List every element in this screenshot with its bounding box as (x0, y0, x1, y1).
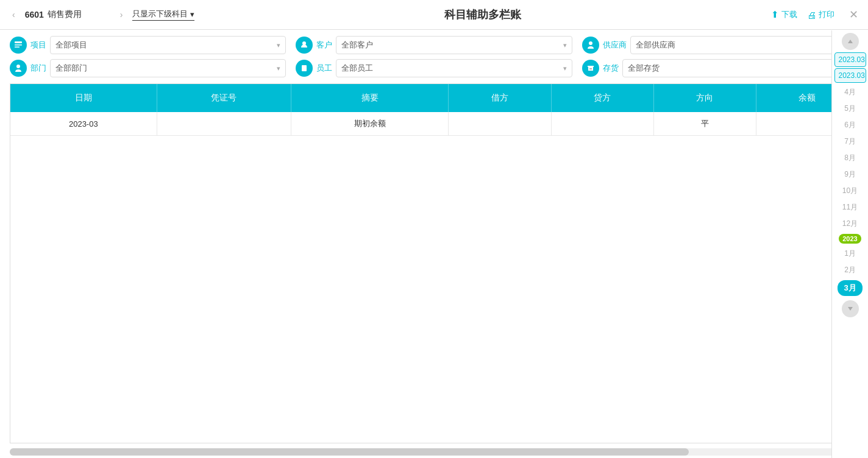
horizontal-scrollbar[interactable] (10, 448, 858, 456)
print-icon: 🖨 (807, 10, 816, 20)
svg-rect-6 (303, 67, 305, 68)
filter-department: 部门 全部部门 ▾ (10, 59, 286, 77)
svg-rect-5 (302, 65, 307, 71)
svg-point-3 (589, 41, 592, 45)
customer-icon (296, 37, 313, 54)
timeline-month-item[interactable]: 8月 (841, 150, 859, 166)
timeline-panel: 2023.03 2023.03 4月5月6月7月8月9月10月11月12月 20… (831, 30, 868, 458)
timeline-month-item[interactable]: 5月 (841, 100, 859, 117)
table-row: 2023-03期初余额平 (10, 112, 858, 136)
customer-select[interactable]: 全部客户 ▾ (336, 36, 572, 54)
cell-debit (449, 112, 551, 136)
show-sub-arrow-icon: ▾ (190, 10, 194, 19)
close-button[interactable]: ✕ (849, 8, 858, 21)
timeline-selected-top2[interactable]: 2023.03 (834, 68, 866, 83)
nav-next-arrow[interactable]: › (118, 9, 126, 21)
department-label: 部门 (30, 63, 46, 74)
filter-inventory: 存货 全部存货 ▾ (582, 59, 858, 77)
show-sub-select[interactable]: 只显示下级科目 ▾ (132, 9, 194, 21)
svg-rect-0 (15, 41, 22, 43)
project-select[interactable]: 全部项目 ▾ (50, 36, 286, 54)
department-select[interactable]: 全部部门 ▾ (50, 59, 286, 77)
customer-label: 客户 (316, 40, 332, 51)
department-icon (10, 60, 27, 77)
cell-credit (551, 112, 653, 136)
cell-date: 2023-03 (10, 112, 157, 136)
inventory-label: 存货 (603, 63, 619, 74)
year-badge[interactable]: 2023 (839, 234, 861, 244)
timeline-selected-top1[interactable]: 2023.03 (834, 52, 866, 67)
print-button[interactable]: 🖨 打印 (807, 9, 834, 20)
employee-label: 员工 (316, 63, 332, 74)
col-debit: 借方 (449, 84, 551, 112)
supplier-icon (582, 37, 599, 54)
project-dropdown-arrow: ▾ (277, 41, 280, 49)
project-value: 全部项目 (55, 40, 87, 51)
account-code: 6601 (25, 10, 44, 19)
top-bar: ‹ 6601 销售费用 › 只显示下级科目 ▾ 科目辅助多栏账 ⬆ 下载 🖨 打… (0, 0, 868, 30)
inventory-select[interactable]: 全部存货 ▾ (622, 59, 858, 77)
timeline-months-group1: 4月5月6月7月8月9月10月11月12月 (841, 84, 859, 232)
show-sub-label: 只显示下级科目 (132, 9, 188, 19)
ledger-table: 日期 凭证号 摘要 借方 贷方 方向 余额 2023-03期初余额平 (10, 84, 858, 136)
cell-direction: 平 (653, 112, 756, 136)
filter-row-1: 项目 全部项目 ▾ 客户 全部客户 ▾ (10, 36, 858, 54)
filter-area: 项目 全部项目 ▾ 客户 全部客户 ▾ (0, 30, 868, 83)
active-month[interactable]: 3月 (838, 280, 862, 296)
timeline-month-item[interactable]: 6月 (841, 117, 859, 133)
timeline-month-item[interactable]: 4月 (841, 84, 859, 100)
employee-icon (296, 60, 313, 77)
col-date: 日期 (10, 84, 157, 112)
nav-prev-arrow[interactable]: ‹ (10, 9, 18, 21)
inventory-value: 全部存货 (628, 63, 660, 74)
project-label: 项目 (30, 40, 46, 51)
employee-value: 全部员工 (341, 63, 373, 74)
project-icon (10, 37, 27, 54)
svg-rect-1 (15, 44, 22, 46)
timeline-month-item[interactable]: 1月 (843, 245, 857, 262)
col-voucher: 凭证号 (157, 84, 291, 112)
print-label: 打印 (819, 9, 834, 20)
download-button[interactable]: ⬆ 下载 (771, 9, 797, 20)
timeline-month-item[interactable]: 2月 (843, 262, 857, 278)
customer-dropdown-arrow: ▾ (563, 41, 567, 49)
employee-select[interactable]: 全部员工 ▾ (336, 59, 572, 77)
timeline-months-group2: 1月2月 (843, 245, 857, 278)
account-code-box: 6601 销售费用 (25, 9, 110, 20)
department-dropdown-arrow: ▾ (277, 65, 280, 72)
download-icon: ⬆ (771, 9, 779, 20)
cell-summary: 期初余额 (291, 112, 449, 136)
customer-value: 全部客户 (341, 40, 373, 51)
department-value: 全部部门 (55, 63, 87, 74)
filter-supplier: 供应商 全部供应商 ▾ (582, 36, 858, 54)
col-credit: 贷方 (551, 84, 653, 112)
timeline-month-item[interactable]: 11月 (841, 199, 859, 216)
timeline-up-button[interactable] (842, 33, 859, 50)
supplier-label: 供应商 (603, 40, 627, 51)
employee-dropdown-arrow: ▾ (563, 65, 567, 72)
svg-point-4 (16, 65, 20, 68)
supplier-value: 全部供应商 (636, 40, 675, 51)
filter-customer: 客户 全部客户 ▾ (296, 36, 572, 54)
supplier-select[interactable]: 全部供应商 ▾ (630, 36, 858, 54)
scroll-thumb[interactable] (10, 448, 689, 456)
timeline-month-item[interactable]: 7月 (841, 133, 859, 150)
download-label: 下载 (781, 9, 797, 20)
filter-row-2: 部门 全部部门 ▾ 员工 全部员工 ▾ (10, 59, 858, 77)
timeline-month-item[interactable]: 9月 (841, 166, 859, 183)
timeline-month-item[interactable]: 12月 (841, 216, 859, 232)
account-name: 销售费用 (48, 9, 82, 20)
table-header-row: 日期 凭证号 摘要 借方 贷方 方向 余额 (10, 84, 858, 112)
page-title: 科目辅助多栏账 (202, 7, 764, 22)
svg-rect-2 (15, 47, 20, 48)
timeline-down-button[interactable] (842, 300, 859, 317)
cell-voucher (157, 112, 291, 136)
filter-project: 项目 全部项目 ▾ (10, 36, 286, 54)
filter-employee: 员工 全部员工 ▾ (296, 59, 572, 77)
table-container: 日期 凭证号 摘要 借方 贷方 方向 余额 2023-03期初余额平 (10, 83, 858, 443)
svg-rect-7 (303, 69, 305, 69)
col-summary: 摘要 (291, 84, 449, 112)
col-direction: 方向 (653, 84, 756, 112)
timeline-month-item[interactable]: 10月 (841, 183, 859, 199)
inventory-icon (582, 60, 599, 77)
